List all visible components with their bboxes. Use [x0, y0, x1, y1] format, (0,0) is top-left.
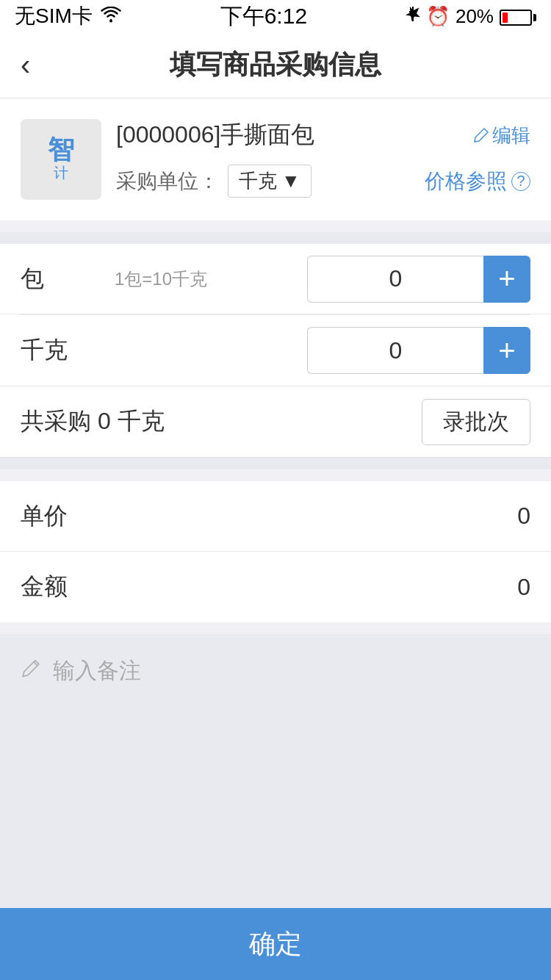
qianke-row: 千克 + [0, 315, 551, 386]
info-icon: ? [511, 172, 530, 191]
note-placeholder: 输入备注 [53, 656, 141, 686]
edit-label: 编辑 [492, 123, 530, 148]
amount-label: 金额 [21, 571, 68, 603]
qianke-label: 千克 [21, 334, 109, 367]
section-divider-2 [0, 458, 551, 469]
battery-percent: 20% [455, 5, 494, 28]
wifi-icon [100, 4, 122, 28]
bao-label: 包 [21, 263, 109, 295]
product-name: [0000006]手撕面包 [116, 119, 314, 151]
bao-sublabel: 1包=10千克 [115, 267, 207, 291]
page-title: 填写商品采购信息 [170, 47, 381, 83]
note-section[interactable]: 输入备注 [0, 634, 551, 707]
status-time: 下午6:12 [220, 1, 307, 32]
unit-price-label: 单价 [21, 500, 68, 533]
bao-row: 包 1包=10千克 + [0, 244, 551, 314]
nav-bar: ‹ 填写商品采购信息 [0, 32, 551, 98]
edit-button[interactable]: 编辑 [473, 123, 530, 148]
purchase-unit-row: 采购单位： 千克 ▼ 价格参照 ? [116, 165, 530, 198]
price-ref-label: 价格参照 [425, 167, 507, 195]
unit-price-row: 单价 0 [0, 481, 551, 552]
unit-price-value: 0 [517, 502, 530, 530]
unit-value: 千克 [239, 168, 277, 194]
product-image: 智 计 [21, 119, 101, 200]
battery-icon [500, 5, 536, 28]
location-icon [406, 5, 420, 28]
product-name-row: [0000006]手撕面包 编辑 [116, 119, 530, 151]
product-info: [0000006]手撕面包 编辑 采购单位： 千克 ▼ 价格参照 ? [116, 119, 530, 198]
product-logo-top: 智 [48, 137, 74, 163]
svg-point-0 [109, 20, 112, 23]
bao-input[interactable] [307, 256, 483, 303]
bao-input-wrap: + [207, 256, 530, 303]
purchase-unit-label: 采购单位： [116, 167, 219, 195]
dropdown-arrow-icon: ▼ [281, 170, 300, 192]
product-logo-bottom: 计 [54, 163, 68, 183]
summary-row: 共采购 0 千克 录批次 [0, 386, 551, 457]
bao-plus-button[interactable]: + [483, 256, 530, 303]
amount-row: 金额 0 [0, 552, 551, 622]
price-ref-button[interactable]: 价格参照 ? [425, 167, 530, 195]
input-section: 包 1包=10千克 + 千克 + [0, 244, 551, 386]
sim-label: 无SIM卡 [15, 2, 93, 30]
product-card: 智 计 [0000006]手撕面包 编辑 采购单位： 千克 ▼ 价格参照 [0, 98, 551, 220]
pencil-icon [21, 658, 41, 684]
status-right: ⏰ 20% [406, 5, 536, 28]
status-left: 无SIM卡 [15, 2, 122, 30]
status-bar: 无SIM卡 下午6:12 ⏰ 20% [0, 0, 551, 32]
section-divider-1 [0, 232, 551, 244]
unit-select[interactable]: 千克 ▼ [228, 165, 311, 198]
purchase-unit-left: 采购单位： 千克 ▼ [116, 165, 311, 198]
amount-value: 0 [517, 574, 530, 601]
qianke-input[interactable] [307, 327, 483, 374]
price-section: 单价 0 金额 0 [0, 481, 551, 622]
batch-button[interactable]: 录批次 [422, 399, 530, 445]
confirm-button[interactable]: 确定 [0, 908, 551, 980]
back-button[interactable]: ‹ [21, 48, 30, 82]
alarm-icon: ⏰ [426, 5, 450, 28]
qianke-input-wrap: + [109, 327, 530, 374]
qianke-plus-button[interactable]: + [483, 327, 530, 374]
summary-text: 共采购 0 千克 [21, 406, 165, 438]
